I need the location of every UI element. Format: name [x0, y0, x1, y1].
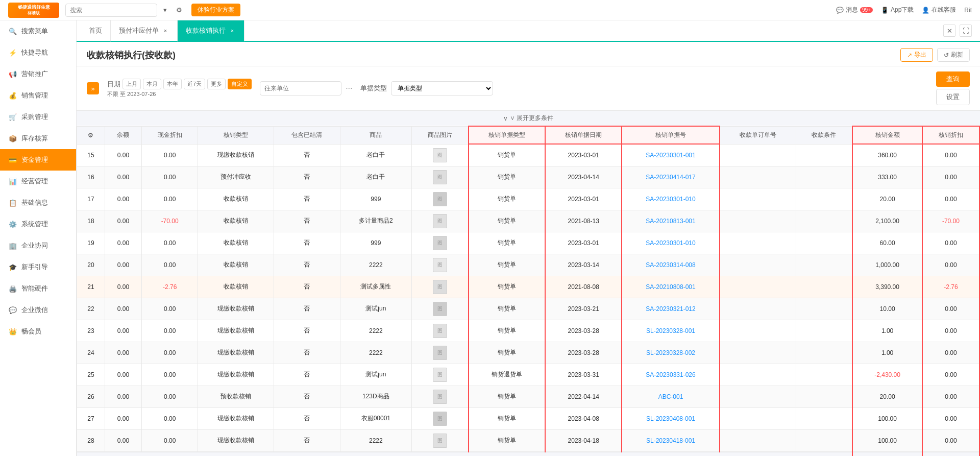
cell-cancel-amount: -2,430.00 [852, 364, 922, 386]
tab-close-icon[interactable]: × [229, 27, 236, 34]
online-service[interactable]: 👤 在线客服 [922, 6, 956, 14]
cell-cancel-doc-no[interactable]: SL-20230418-001 [622, 429, 719, 452]
cell-cancel-discount: 0.00 [922, 254, 979, 276]
cell-receipt-order-no [720, 144, 796, 166]
refresh-button[interactable]: ↺ 刷新 [937, 48, 970, 62]
cell-cancel-discount: -2.76 [922, 276, 979, 298]
tab-prepay[interactable]: 预付冲应付单 × [111, 20, 178, 41]
app-download[interactable]: 📱 App下载 [881, 6, 914, 14]
cancel-doc-no-link[interactable]: SA-20230301-010 [646, 196, 695, 203]
col-header-cash-discount: 现金折扣 [141, 126, 198, 144]
last-7days-btn[interactable]: 近7天 [184, 79, 205, 89]
cancel-doc-no-link[interactable]: ABC-001 [658, 393, 683, 400]
cell-product: 衣服00001 [340, 407, 411, 429]
cell-product: 老白干 [340, 144, 411, 166]
sidebar-item-biz[interactable]: 📊 经营管理 [0, 171, 76, 192]
sidebar-item-basic-info[interactable]: 📋 基础信息 [0, 192, 76, 213]
table-footer-row: 40,556,66... 952.24 [77, 452, 980, 457]
cell-cancel-doc-no[interactable]: SA-20230321-012 [622, 298, 719, 320]
cell-cancel-doc-no[interactable]: SL-20230328-002 [622, 342, 719, 364]
partner-more-icon[interactable]: ··· [346, 84, 352, 93]
cell-cancel-doc-no[interactable]: SA-20230301-010 [622, 232, 719, 254]
cell-cancel-doc-no[interactable]: SA-20230301-010 [622, 188, 719, 210]
doc-type-select[interactable]: 单据类型 [391, 81, 493, 95]
settings-icon[interactable]: ⚙ [173, 4, 185, 16]
biz-icon: 📊 [8, 177, 17, 186]
expand-more-button[interactable]: ∨ ∨ 展开更多条件 [503, 114, 553, 123]
tab-label: 收款核销执行 [186, 26, 226, 35]
tabs-bar: 首页 预付冲应付单 × 收款核销执行 × ✕ ⛶ [77, 20, 980, 42]
sidebar-item-capital[interactable]: 💳 资金管理 [0, 149, 76, 171]
query-button[interactable]: 查询 [936, 71, 970, 87]
maximize-button[interactable]: ⛶ [960, 25, 972, 37]
filter-expand-button[interactable]: » [87, 82, 99, 94]
filter-bar: » 日期 上月 本月 本年 近7天 更多 自定义 不限 至 2023-07-26 [77, 66, 980, 111]
cancel-doc-no-link[interactable]: SL-20230418-001 [646, 437, 695, 444]
sidebar-item-search-menu[interactable]: 🔍 搜索菜单 [0, 20, 76, 42]
cell-cash-discount: 0.00 [141, 320, 198, 342]
sidebar-item-inventory[interactable]: 📦 库存核算 [0, 128, 76, 149]
cancel-doc-no-link[interactable]: SA-20230331-026 [646, 371, 695, 378]
date-range-text: 不限 至 2023-07-26 [107, 90, 156, 98]
table-settings-button[interactable]: 设置 [936, 89, 970, 105]
cell-product-img: 图 [412, 210, 469, 232]
cell-receipt-order-no [720, 320, 796, 342]
dropdown-arrow-icon[interactable]: ▾ [163, 6, 167, 14]
col-header-cancel-doc-date: 核销单据日期 [545, 126, 622, 144]
tab-receivable[interactable]: 收款核销执行 × [178, 20, 244, 41]
cell-row-num: 21 [77, 276, 105, 298]
sidebar-item-smart-hw[interactable]: 🖨️ 智能硬件 [0, 278, 76, 299]
this-month-btn[interactable]: 本月 [143, 79, 161, 89]
cell-cancel-doc-no[interactable]: SA-20230414-017 [622, 166, 719, 188]
cell-receipt-order-no [720, 276, 796, 298]
cell-receipt-order-no [720, 232, 796, 254]
cell-receipt-condition [796, 254, 852, 276]
sidebar-item-newbie[interactable]: 🎓 新手引导 [0, 256, 76, 278]
cell-receipt-order-no [720, 364, 796, 386]
custom-date-btn[interactable]: 自定义 [228, 79, 252, 89]
cancel-doc-no-link[interactable]: SA-20230321-012 [646, 305, 695, 313]
cell-cancel-doc-no[interactable]: SA-20230314-008 [622, 254, 719, 276]
partner-input[interactable] [260, 81, 341, 95]
export-button[interactable]: ↗ 导出 [900, 48, 933, 62]
cell-cancel-doc-no[interactable]: ABC-001 [622, 386, 719, 407]
cancel-doc-no-link[interactable]: SA-20230301-010 [646, 239, 695, 247]
tab-home[interactable]: 首页 [81, 20, 111, 41]
date-range-row: 不限 至 2023-07-26 [107, 90, 252, 98]
search-input[interactable] [65, 4, 157, 17]
cell-cancel-discount: -70.00 [922, 210, 979, 232]
sidebar-item-quick-nav[interactable]: ⚡ 快捷导航 [0, 42, 76, 63]
sidebar-item-enterprise[interactable]: 🏢 企业协同 [0, 235, 76, 256]
cell-product: 2222 [340, 429, 411, 452]
cancel-doc-no-link[interactable]: SA-20210808-001 [646, 283, 695, 291]
table-row: 16 0.00 0.00 预付冲应收 否 老白干 图 销货单 2023-04-1… [77, 166, 980, 188]
cell-cancel-doc-no[interactable]: SA-20230301-001 [622, 144, 719, 166]
last-month-btn[interactable]: 上月 [122, 79, 141, 89]
cell-product-img: 图 [412, 386, 469, 407]
this-year-btn[interactable]: 本年 [163, 79, 182, 89]
cancel-doc-no-link[interactable]: SL-20230328-002 [646, 349, 695, 356]
cancel-doc-no-link[interactable]: SA-20230314-008 [646, 261, 695, 269]
sidebar-item-wechat[interactable]: 💬 企业微信 [0, 299, 76, 321]
cancel-doc-no-link[interactable]: SA-20230301-001 [646, 152, 695, 159]
more-date-btn[interactable]: 更多 [207, 79, 226, 89]
cell-cancel-doc-no[interactable]: SL-20230328-001 [622, 320, 719, 342]
sidebar-item-system[interactable]: ⚙️ 系统管理 [0, 213, 76, 235]
cell-cancel-amount: 10.00 [852, 298, 922, 320]
sidebar-item-sales[interactable]: 💰 销售管理 [0, 85, 76, 106]
cell-cancel-doc-no[interactable]: SA-20230331-026 [622, 364, 719, 386]
close-window-button[interactable]: ✕ [943, 25, 955, 37]
cell-cancel-doc-no[interactable]: SA-20210813-001 [622, 210, 719, 232]
sidebar-item-purchase[interactable]: 🛒 采购管理 [0, 106, 76, 128]
cell-cancel-doc-no[interactable]: SA-20210808-001 [622, 276, 719, 298]
cancel-doc-no-link[interactable]: SA-20210813-001 [646, 218, 695, 225]
cancel-doc-no-link[interactable]: SL-20230408-001 [646, 415, 695, 422]
cancel-doc-no-link[interactable]: SL-20230328-001 [646, 327, 695, 334]
message-center[interactable]: 💬 消息 99+ [836, 6, 873, 14]
sidebar-item-marketing[interactable]: 📢 营销推广 [0, 63, 76, 85]
cancel-doc-no-link[interactable]: SA-20230414-017 [646, 174, 695, 181]
cell-cancel-doc-no[interactable]: SL-20230408-001 [622, 407, 719, 429]
industry-solution-button[interactable]: 休验行业方案 [191, 4, 240, 16]
tab-close-icon[interactable]: × [162, 27, 169, 34]
sidebar-item-member[interactable]: 👑 畅会员 [0, 321, 76, 342]
